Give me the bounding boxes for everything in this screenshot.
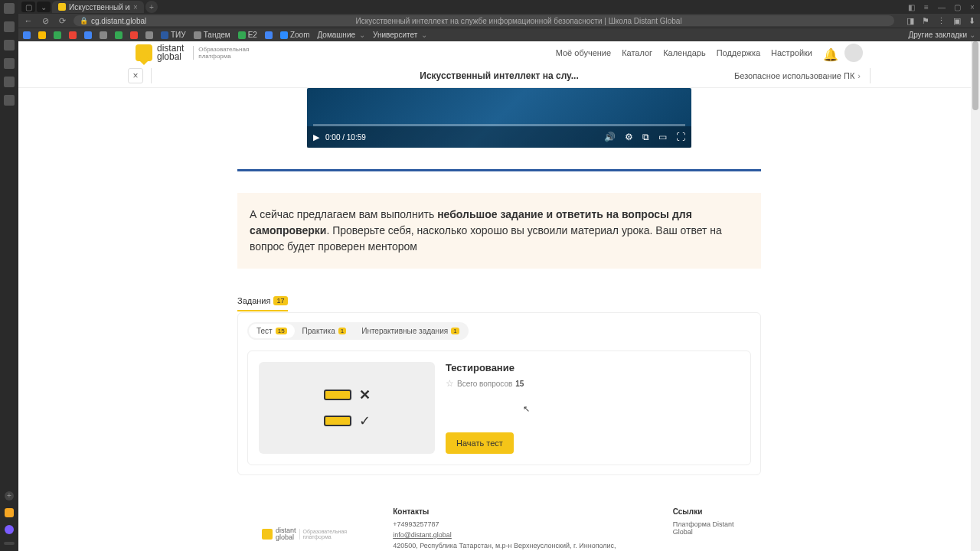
bookmark-item[interactable] — [69, 31, 77, 39]
next-lesson-link[interactable]: Безопасное использование ПК › — [734, 71, 861, 80]
notifications-icon[interactable]: 🔔 — [823, 47, 834, 58]
extensions-icon[interactable]: ▣ — [953, 16, 961, 26]
os-add-icon[interactable]: + — [5, 491, 14, 500]
logo-subtitle: Образовательная платформа — [299, 529, 348, 540]
bookmark-item[interactable] — [100, 31, 107, 39]
footer-platform-link[interactable]: Платформа Distant Global — [673, 520, 737, 536]
settings-icon[interactable]: ⚙ — [625, 132, 633, 142]
bookmark-item[interactable] — [54, 31, 61, 39]
nav-support[interactable]: Поддержка — [717, 48, 760, 57]
stop-button[interactable]: ⊘ — [40, 16, 51, 26]
logo-icon — [262, 529, 273, 540]
bookmark-item[interactable] — [38, 31, 46, 39]
reload-button[interactable]: ⟳ — [57, 16, 67, 26]
x-icon: ✕ — [359, 386, 371, 403]
pill-label: Интерактивные задания — [361, 327, 448, 335]
footer-phone[interactable]: +74993257787 — [393, 520, 627, 528]
bookmark-folder[interactable]: Домашние⌄ — [317, 31, 365, 39]
pill-practice[interactable]: Практика 1 — [295, 324, 354, 338]
os-app-icon[interactable] — [4, 21, 15, 32]
bookmarks-bar: ТИУ Тандем Е2 Zoom Домашние⌄ Университет… — [18, 28, 980, 41]
site-logo[interactable]: distant global Образовательная платформа — [136, 44, 249, 61]
test-card: ✕ ✓ Тестирование ☆ Всего вопросов 15 — [247, 350, 751, 465]
theater-icon[interactable]: ▭ — [658, 132, 667, 142]
bookmark-item[interactable] — [145, 31, 153, 39]
scrollbar[interactable] — [971, 41, 980, 551]
other-bookmarks[interactable]: Другие закладки⌄ — [908, 31, 975, 39]
bookmark-item[interactable] — [130, 31, 138, 39]
bookmark-item[interactable] — [115, 31, 122, 39]
nav-my-learning[interactable]: Моё обучение — [556, 48, 611, 57]
os-app-icon[interactable] — [4, 40, 15, 51]
lock-icon: 🔒 — [80, 17, 88, 24]
divider — [151, 68, 152, 83]
task-filter-pills: Тест 15 Практика 1 Интерактивные задания… — [247, 322, 469, 340]
test-title: Тестирование — [446, 362, 740, 373]
quiz-bar-icon — [324, 390, 351, 400]
os-app-icon[interactable] — [4, 95, 15, 106]
bookmark-item[interactable]: ТИУ — [161, 31, 186, 39]
page-title-text: Искусственный интеллект на службе информ… — [356, 17, 682, 25]
browser-tabbar: ▢ ⌄ Искусственный инте... × + ◧ ≡ — ▢ × — [18, 0, 980, 14]
pill-test[interactable]: Тест 15 — [249, 324, 295, 338]
footer-logo[interactable]: distant global Образовательная платформа — [262, 507, 347, 551]
new-tab-button[interactable]: + — [145, 1, 158, 13]
os-app-icon[interactable] — [4, 58, 15, 69]
tab-title: Искусственный инте... — [69, 3, 130, 11]
divider-blue — [237, 169, 761, 171]
pill-count: 15 — [276, 328, 287, 334]
scrollbar-thumb[interactable] — [972, 41, 978, 110]
play-button[interactable]: ▶ — [313, 132, 319, 142]
window-menu-icon[interactable]: ≡ — [919, 0, 934, 14]
bookmark-item[interactable] — [84, 31, 92, 39]
menu-icon[interactable]: ⋮ — [937, 16, 946, 26]
window-maximize-icon[interactable]: ▢ — [949, 0, 965, 14]
start-test-button[interactable]: Начать тест — [446, 432, 514, 454]
downloads-icon[interactable]: ⬇ — [969, 16, 975, 26]
tab-tasks[interactable]: Задания 17 — [237, 292, 288, 311]
os-app-icon[interactable] — [5, 508, 14, 517]
video-player[interactable]: ▶ 0:00 / 10:59 🔊 ⚙ ⧉ ▭ ⛶ — [307, 88, 691, 148]
tab-dropdown-button[interactable]: ⌄ — [37, 2, 51, 12]
close-lesson-button[interactable]: × — [128, 68, 143, 83]
next-lesson-label: Безопасное использование ПК — [734, 71, 854, 80]
pill-label: Практика — [302, 327, 335, 335]
volume-icon[interactable]: 🔊 — [604, 132, 616, 142]
quiz-bar-icon — [324, 416, 351, 426]
pip-icon[interactable]: ⧉ — [642, 132, 649, 142]
bookmark-icon[interactable]: ⚑ — [922, 16, 929, 26]
nav-calendar[interactable]: Календарь — [663, 48, 706, 57]
window-dock-icon[interactable]: ◧ — [903, 0, 919, 14]
bookmark-folder[interactable]: Университет⌄ — [373, 31, 427, 39]
window-minimize-icon[interactable]: — — [934, 0, 949, 14]
bookmark-item[interactable] — [23, 31, 31, 39]
video-time: 0:00 / 10:59 — [325, 133, 366, 142]
bookmark-item[interactable]: Е2 — [238, 31, 257, 39]
user-avatar[interactable] — [844, 44, 863, 62]
bookmark-item[interactable]: Zoom — [280, 31, 310, 39]
os-app-icon[interactable] — [5, 525, 14, 534]
browser-tab[interactable]: Искусственный инте... × — [52, 1, 144, 13]
bookmark-item[interactable] — [265, 31, 273, 39]
tab-close-icon[interactable]: × — [133, 3, 138, 11]
nav-catalog[interactable]: Каталог — [622, 48, 652, 57]
quiz-illustration-row: ✓ — [324, 412, 371, 429]
chevron-right-icon: › — [858, 71, 861, 80]
footer-email[interactable]: info@distant.global — [393, 531, 627, 539]
os-app-icon[interactable] — [4, 77, 15, 87]
bookmark-item[interactable]: Тандем — [194, 31, 230, 39]
pill-interactive[interactable]: Интерактивные задания 1 — [354, 324, 466, 338]
test-meta: ☆ Всего вопросов 15 — [446, 378, 740, 389]
os-more-icon[interactable] — [4, 542, 15, 545]
fullscreen-icon[interactable]: ⛶ — [676, 132, 685, 142]
translate-icon[interactable]: ◨ — [906, 16, 914, 26]
video-controls: ▶ 0:00 / 10:59 🔊 ⚙ ⧉ ▭ ⛶ — [307, 126, 691, 148]
url-input[interactable]: 🔒 cg.distant.global Искусственный интелл… — [74, 15, 894, 26]
notice-prefix: А сейчас предлагаем вам выполнить — [250, 208, 437, 220]
site-header: distant global Образовательная платформа… — [120, 41, 878, 64]
window-close-icon[interactable]: × — [965, 0, 980, 14]
os-clock-icon[interactable] — [4, 3, 15, 14]
tab-list-button[interactable]: ▢ — [21, 2, 35, 12]
nav-settings[interactable]: Настройки — [771, 48, 812, 57]
back-button[interactable]: ← — [23, 16, 34, 25]
